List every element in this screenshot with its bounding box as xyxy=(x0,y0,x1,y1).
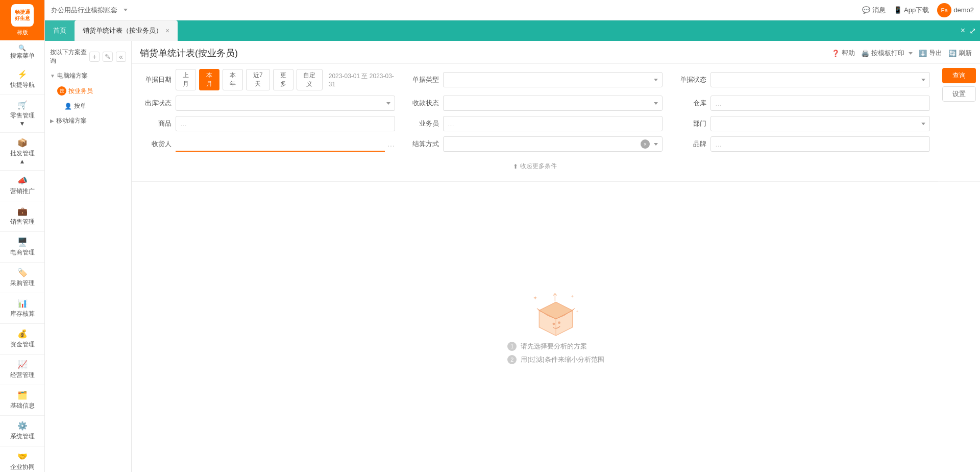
date-range-text: 2023-03-01 至 2023-03-31 xyxy=(329,72,395,88)
date-btn-custom[interactable]: 自定义 xyxy=(297,69,323,90)
tree-desktop-parent[interactable]: ▼ 电脑端方案 xyxy=(45,68,131,83)
date-btn-more[interactable]: 更多 xyxy=(273,69,293,90)
purchase-icon: 🏷️ xyxy=(17,268,28,277)
date-btn-7days[interactable]: 近7天 xyxy=(246,69,270,90)
messages-label: 消息 xyxy=(872,6,886,15)
sidebar-retail-label: 零售管理 xyxy=(10,111,35,120)
stockout-select[interactable] xyxy=(176,96,395,111)
sidebar-enterprise-label: 企业协同 xyxy=(10,463,35,471)
payment-select[interactable]: × xyxy=(443,136,663,152)
tab-close-btn[interactable]: × xyxy=(165,27,169,35)
expand-icon2: ▲ xyxy=(19,158,26,165)
tree-grandchild-byorder[interactable]: 👤 按单 xyxy=(45,99,131,113)
empty-state: ✦ ✦ ✦ 1 请先选择要分析的方案 2 用[过滤]条件来缩小分析 xyxy=(507,290,604,364)
date-btn-thismonth[interactable]: 本月 xyxy=(199,69,219,90)
user-profile[interactable]: Ea demo2 xyxy=(937,3,974,17)
sidebar-item-purchase[interactable]: 🏷️ 采购管理 xyxy=(0,263,44,293)
window-close-btn[interactable]: × xyxy=(961,26,965,35)
help-btn[interactable]: ❓ 帮助 xyxy=(831,49,855,58)
filter-row-3: 商品 … 业务员 … 部门 xyxy=(140,116,930,131)
date-group: 上月 本月 本年 近7天 更多 自定义 2023-03-01 至 2023-03… xyxy=(176,69,395,90)
sidebar-item-quicknav[interactable]: ⚡ 快捷导航 xyxy=(0,64,44,95)
svg-text:✦: ✦ xyxy=(576,310,579,313)
tree-mobile-parent[interactable]: ▶ 移动端方案 xyxy=(45,113,131,128)
messages-btn[interactable]: 💬 消息 xyxy=(862,6,886,15)
print-btn[interactable]: 🖨️ 按模板打印 xyxy=(861,49,913,58)
inventory-icon: 📊 xyxy=(17,298,28,308)
help-icon: ❓ xyxy=(831,50,840,57)
hint-text-2: 用[过滤]条件来缩小分析范围 xyxy=(521,355,604,364)
brand-select[interactable]: … xyxy=(710,136,930,152)
stockout-cell xyxy=(176,96,395,111)
tab-home[interactable]: 首页 xyxy=(45,20,75,41)
add-scheme-btn[interactable]: + xyxy=(89,52,100,62)
tree-child-salesperson[interactable]: 按 按业务员 xyxy=(45,83,131,99)
tabbar: 首页 销货单统计表（按业务员） × × ⤢ xyxy=(45,20,980,41)
collapse-panel-btn[interactable]: « xyxy=(116,52,126,62)
consignee-dots[interactable]: … xyxy=(387,139,395,149)
consignee-input[interactable] xyxy=(176,136,385,152)
sidebar-item-marketing[interactable]: 📣 营销推广 xyxy=(0,171,44,201)
sidebar-item-inventory[interactable]: 📊 库存核算 xyxy=(0,293,44,324)
sidebar-item-sales[interactable]: 💼 销售管理 xyxy=(0,201,44,232)
retail-icon: 🛒 xyxy=(17,100,28,110)
docstatus-label: 单据状态 xyxy=(675,75,710,84)
tab-active[interactable]: 销货单统计表（按业务员） × xyxy=(75,20,178,41)
payment-clear-btn[interactable]: × xyxy=(641,139,650,149)
sidebar-item-wholesale[interactable]: 📦 批发管理 ▲ xyxy=(0,133,44,171)
doctype-select[interactable] xyxy=(443,72,663,87)
sidebar-item-system[interactable]: ⚙️ 系统管理 xyxy=(0,416,44,446)
goods-select[interactable]: … xyxy=(176,116,395,131)
doctype-label: 单据类型 xyxy=(407,75,443,84)
tree-order-label: 按单 xyxy=(74,102,86,110)
dept-select[interactable] xyxy=(710,116,930,131)
dept-label: 部门 xyxy=(675,119,710,128)
ops-icon: 📈 xyxy=(17,360,28,369)
query-btn[interactable]: 查询 xyxy=(942,68,976,83)
docstatus-select[interactable] xyxy=(710,72,930,87)
tab-active-label: 销货单统计表（按业务员） xyxy=(83,26,162,35)
sidebar-item-retail[interactable]: 🛒 零售管理 ▼ xyxy=(0,95,44,133)
sidebar-item-basic[interactable]: 🗂️ 基础信息 xyxy=(0,385,44,416)
content: 按以下方案查询 + ✎ « ▼ 电脑端方案 xyxy=(45,41,980,472)
refresh-btn[interactable]: 🔄 刷新 xyxy=(948,49,972,58)
topbar-dropdown-icon[interactable] xyxy=(124,9,128,11)
receipt-select[interactable] xyxy=(443,96,663,111)
sidebar-ecommerce-label: 电商管理 xyxy=(10,248,35,257)
date-btn-lastmonth[interactable]: 上月 xyxy=(176,69,196,90)
settings-btn[interactable]: 设置 xyxy=(942,86,976,102)
print-icon: 🖨️ xyxy=(861,50,869,57)
receipt-cell xyxy=(443,96,663,111)
message-icon: 💬 xyxy=(862,6,870,14)
page-title: 销货单统计表(按业务员) xyxy=(140,47,238,59)
hint-num-1: 1 xyxy=(507,342,517,351)
docstatus-dropdown-icon xyxy=(921,79,925,81)
warehouse-select[interactable]: … xyxy=(710,96,930,111)
svg-point-5 xyxy=(552,323,555,325)
svg-point-6 xyxy=(558,321,560,324)
left-panel: 按以下方案查询 + ✎ « ▼ 电脑端方案 xyxy=(45,41,132,472)
enterprise-icon: 🤝 xyxy=(17,452,28,461)
sidebar-item-ops[interactable]: 📈 经营管理 xyxy=(0,355,44,385)
wholesale-icon: 📦 xyxy=(17,138,28,148)
sidebar-item-enterprise[interactable]: 🤝 企业协同 xyxy=(0,446,44,472)
collapse-btn[interactable]: ⬆ 收起更多条件 xyxy=(140,160,930,173)
sidebar-item-search[interactable]: 🔍 搜索菜单 xyxy=(0,40,44,64)
date-btn-thisyear[interactable]: 本年 xyxy=(223,69,243,90)
edit-scheme-btn[interactable]: ✎ xyxy=(103,52,113,62)
window-expand-btn[interactable]: ⤢ xyxy=(969,26,976,36)
sidebar-marketing-label: 营销推广 xyxy=(10,187,35,196)
app-download-btn[interactable]: 📱 App下载 xyxy=(894,6,929,15)
export-btn[interactable]: ⬇️ 导出 xyxy=(919,49,942,58)
user-name: demo2 xyxy=(953,6,974,14)
sidebar-logo: 畅捷通好生意 标版 xyxy=(0,0,44,40)
salesperson-scheme-icon: 按 xyxy=(57,86,66,96)
sidebar-system-label: 系统管理 xyxy=(10,432,35,441)
topbar: 办公用品行业模拟账套 💬 消息 📱 App下载 Ea demo2 xyxy=(45,0,980,20)
salesperson-select[interactable]: … xyxy=(443,116,663,131)
sidebar-item-finance[interactable]: 💰 资金管理 xyxy=(0,324,44,355)
sidebar-item-ecommerce[interactable]: 🖥️ 电商管理 xyxy=(0,232,44,263)
logo-text: 畅捷通好生意 xyxy=(15,9,30,21)
refresh-label: 刷新 xyxy=(959,49,972,58)
order-scheme-icon: 👤 xyxy=(64,103,72,110)
